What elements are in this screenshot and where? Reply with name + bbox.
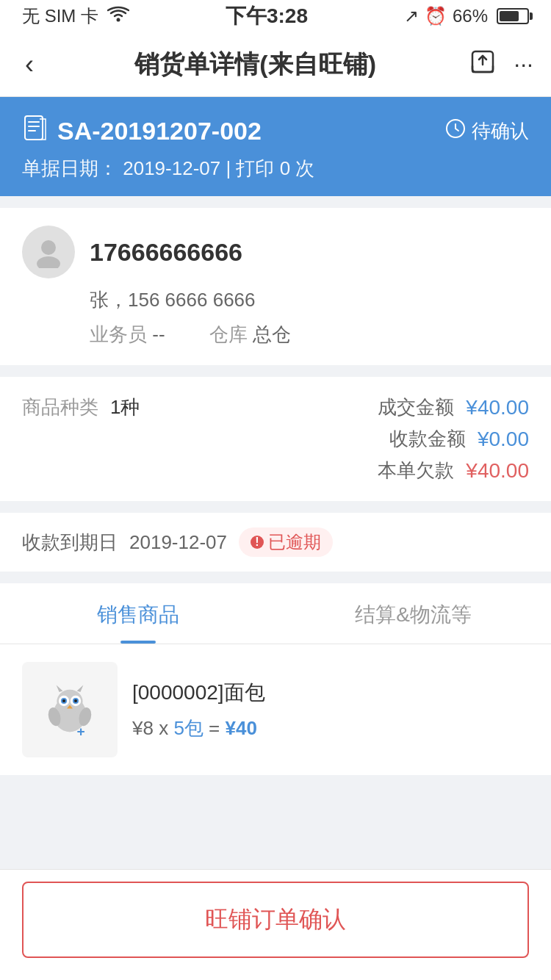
product-title: 面包 — [224, 681, 265, 704]
status-text: 待确认 — [472, 118, 529, 144]
product-code: [0000002] — [132, 681, 224, 704]
summary-row: 商品种类 1种 成交金额 ¥40.00 收款金额 ¥0.00 本单欠款 ¥40.… — [22, 394, 529, 483]
nav-bar: ‹ 销货单详情(来自旺铺) ··· — [0, 32, 551, 97]
customer-section: 17666666666 张，156 6666 6666 业务员 -- 仓库 总仓 — [0, 208, 551, 365]
wifi-icon — [107, 6, 129, 26]
tab-sales[interactable]: 销售商品 — [0, 583, 276, 644]
deal-amount-row: 成交金额 ¥40.00 — [378, 394, 529, 420]
due-date-value: 2019-12-07 — [129, 531, 227, 554]
svg-point-0 — [117, 18, 120, 22]
carrier-label: 无 SIM 卡 — [22, 4, 98, 28]
owed-amount-label: 本单欠款 — [378, 458, 454, 483]
amounts-group: 成交金额 ¥40.00 收款金额 ¥0.00 本单欠款 ¥40.00 — [378, 394, 529, 483]
deal-amount-label: 成交金额 — [378, 394, 454, 420]
received-amount-value: ¥0.00 — [478, 428, 529, 451]
warehouse-label: 仓库 — [209, 323, 248, 345]
tabs-section: 销售商品 结算&物流等 — [0, 583, 551, 775]
print-label: 打印 — [236, 157, 274, 179]
order-id-text: SA-20191207-002 — [57, 117, 262, 145]
status-clock-icon — [445, 118, 466, 144]
more-icon[interactable]: ··· — [514, 51, 533, 78]
order-id-row: SA-20191207-002 — [22, 115, 262, 147]
product-qty-unit: 包 — [184, 717, 204, 739]
date-label: 单据日期： — [22, 157, 118, 179]
status-bar: 无 SIM 卡 下午3:28 ↗ ⏰ 66% — [0, 0, 551, 32]
due-date-section: 收款到期日 2019-12-07 ! 已逾期 — [0, 513, 551, 572]
order-meta: 单据日期： 2019-12-07 | 打印 0 次 — [22, 156, 529, 181]
share-icon[interactable] — [469, 48, 496, 81]
product-type-label: 商品种类 — [22, 394, 98, 420]
salesman-value: -- — [152, 323, 165, 345]
order-icon — [22, 115, 48, 147]
nav-actions: ··· — [469, 48, 533, 81]
customer-extra: 业务员 -- 仓库 总仓 — [90, 322, 529, 347]
avatar — [22, 226, 75, 278]
multiply-sign: x — [159, 717, 173, 739]
order-header: SA-20191207-002 待确认 单据日期： 2019-12-07 | 打… — [0, 97, 551, 196]
summary-section: 商品种类 1种 成交金额 ¥40.00 收款金额 ¥0.00 本单欠款 ¥40.… — [0, 377, 551, 501]
battery-icon — [497, 8, 529, 24]
svg-point-4 — [41, 240, 56, 255]
product-type-group: 商品种类 1种 — [22, 394, 140, 420]
product-item: + [0000002]面包 ¥8 x 5包 = ¥40 — [0, 644, 551, 775]
print-count: 0 — [280, 157, 290, 179]
svg-point-15 — [62, 699, 65, 702]
product-type-value: 1种 — [110, 394, 140, 420]
svg-point-16 — [74, 699, 77, 702]
product-qty: 5 — [173, 717, 184, 739]
status-bar-right: ↗ ⏰ 66% — [404, 6, 529, 26]
equals-sign: = — [209, 717, 225, 739]
warehouse-value: 总仓 — [253, 323, 291, 345]
received-amount-row: 收款金额 ¥0.00 — [389, 426, 529, 452]
tab-settlement[interactable]: 结算&物流等 — [276, 583, 551, 644]
overdue-text: 已逾期 — [268, 530, 321, 554]
product-info: [0000002]面包 ¥8 x 5包 = ¥40 — [132, 679, 529, 741]
battery-percent: 66% — [453, 6, 488, 26]
print-unit: 次 — [295, 157, 314, 179]
alarm-icon: ⏰ — [425, 6, 447, 26]
product-image: + — [22, 662, 118, 757]
svg-point-5 — [37, 256, 60, 268]
overdue-badge: ! 已逾期 — [239, 527, 333, 557]
customer-name-phone: 张，156 6666 6666 — [90, 287, 529, 313]
owed-amount-row: 本单欠款 ¥40.00 — [378, 458, 529, 483]
salesman-section: 业务员 -- — [90, 322, 165, 347]
product-price: ¥8 x 5包 = ¥40 — [132, 716, 529, 741]
received-amount-label: 收款金额 — [389, 426, 466, 452]
warehouse-section: 仓库 总仓 — [209, 322, 291, 347]
order-status: 待确认 — [445, 118, 529, 144]
location-icon: ↗ — [404, 6, 419, 26]
back-button[interactable]: ‹ — [18, 42, 41, 87]
bottom-bar: 旺铺订单确认 — [0, 869, 551, 980]
salesman-label: 业务员 — [90, 323, 147, 345]
overdue-exclamation: ! — [251, 536, 264, 549]
svg-rect-2 — [25, 116, 43, 140]
tabs-header: 销售商品 结算&物流等 — [0, 583, 551, 644]
status-bar-left: 无 SIM 卡 — [22, 4, 129, 28]
owed-amount-value: ¥40.00 — [466, 459, 529, 483]
page-title: 销货单详情(来自旺铺) — [134, 48, 376, 82]
order-date: 2019-12-07 — [123, 157, 220, 179]
customer-row: 17666666666 — [22, 226, 529, 278]
product-total: ¥40 — [226, 717, 257, 739]
product-name: [0000002]面包 — [132, 679, 529, 707]
customer-phone: 17666666666 — [90, 238, 242, 267]
status-bar-time: 下午3:28 — [226, 2, 308, 30]
svg-text:+: + — [77, 724, 85, 739]
due-date-label: 收款到期日 — [22, 530, 118, 555]
confirm-order-button[interactable]: 旺铺订单确认 — [22, 882, 529, 958]
product-unit-price: ¥8 — [132, 717, 154, 739]
deal-amount-value: ¥40.00 — [466, 396, 529, 419]
